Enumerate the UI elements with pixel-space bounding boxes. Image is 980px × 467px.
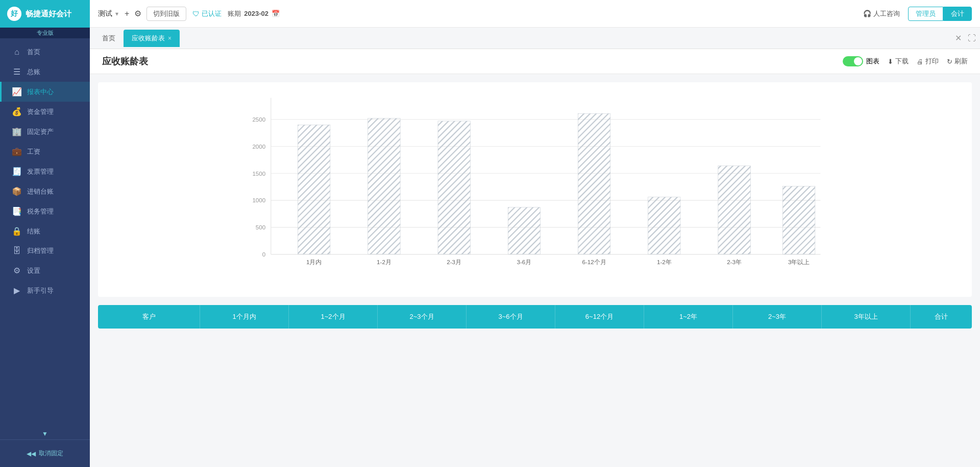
page-actions: 图表 ⬇ 下载 🖨 打印 ↻ 刷新 — [843, 56, 968, 66]
main-scroll: 0 500 1000 1500 2000 2500 — [90, 74, 980, 467]
table-area: 客户 1个月内 1~2个月 2~3个月 3~6个月 6~12个月 1~2年 2~… — [98, 305, 972, 329]
settings-nav-icon: ⚙ — [12, 266, 22, 275]
sidebar-item-label-assets: 固定资产 — [27, 127, 54, 136]
svg-text:0: 0 — [262, 251, 265, 258]
table-header: 客户 1个月内 1~2个月 2~3个月 3~6个月 6~12个月 1~2年 2~… — [98, 305, 972, 329]
th-1-2year: 1~2年 — [644, 305, 733, 329]
funds-icon: 💰 — [12, 107, 22, 116]
settings-icon[interactable]: ⚙ — [134, 9, 141, 18]
tab-home[interactable]: 首页 — [94, 30, 124, 47]
th-total: 合计 — [911, 305, 972, 329]
sidebar-item-archive[interactable]: 🗄 归档管理 — [0, 241, 90, 261]
sidebar-item-label-closing: 结账 — [27, 227, 40, 236]
th-3-6month: 3~6个月 — [467, 305, 555, 329]
tabbar: 首页 应收账龄表 × ✕ ⛶ — [90, 28, 980, 49]
expand-window-icon[interactable]: ⛶ — [968, 34, 976, 43]
svg-rect-29 — [783, 186, 815, 254]
archive-icon: 🗄 — [12, 246, 22, 255]
accountant-btn[interactable]: 会计 — [943, 7, 972, 21]
chart-container: 0 500 1000 1500 2000 2500 — [98, 82, 972, 297]
scroll-down-arrow[interactable]: ▼ — [0, 428, 90, 439]
svg-text:1000: 1000 — [252, 197, 265, 203]
sidebar-item-label-home: 首页 — [27, 48, 40, 57]
cancel-fixed-btn[interactable]: ◀◀ 取消固定 — [0, 445, 90, 462]
edition-badge: 专业版 — [0, 28, 90, 38]
svg-rect-15 — [298, 125, 330, 254]
project-name: 测试 — [98, 9, 112, 18]
page-title: 应收账龄表 — [102, 55, 148, 67]
print-btn[interactable]: 🖨 打印 — [917, 57, 939, 66]
sidebar-item-label-invoice: 发票管理 — [27, 167, 54, 176]
sidebar-nav: ⌂ 首页 ☰ 总账 📈 报表中心 💰 资金管理 🏢 固定资产 💼 工资 🧾 发票… — [0, 38, 90, 428]
consult-btn[interactable]: 🎧 人工咨询 — [863, 9, 900, 18]
sidebar-item-label-inventory: 进销台账 — [27, 187, 54, 196]
svg-rect-21 — [508, 207, 540, 254]
refresh-btn[interactable]: ↻ 刷新 — [947, 57, 968, 66]
pin-icon: ◀◀ — [27, 450, 36, 457]
headset-icon: 🎧 — [863, 10, 871, 17]
svg-rect-27 — [718, 166, 750, 254]
sidebar-item-assets[interactable]: 🏢 固定资产 — [0, 122, 90, 142]
sidebar-item-tax[interactable]: 📑 税务管理 — [0, 201, 90, 221]
sidebar-item-closing[interactable]: 🔒 结账 — [0, 221, 90, 241]
home-icon: ⌂ — [12, 48, 22, 57]
sidebar-item-guide[interactable]: ▶ 新手引导 — [0, 281, 90, 300]
sidebar-item-label-funds: 资金管理 — [27, 107, 54, 116]
tabbar-right: ✕ ⛶ — [955, 33, 976, 43]
manager-btn[interactable]: 管理员 — [908, 7, 943, 21]
add-icon[interactable]: + — [125, 9, 129, 18]
certified-badge: 🛡 已认证 — [192, 9, 222, 18]
closing-icon: 🔒 — [12, 226, 22, 236]
chart-toggle-container: 图表 — [843, 56, 879, 66]
invoice-icon: 🧾 — [12, 167, 22, 176]
guide-icon: ▶ — [12, 286, 22, 295]
sidebar-item-label-reports: 报表中心 — [27, 87, 54, 97]
inventory-icon: 📦 — [12, 186, 22, 196]
chart-toggle-label: 图表 — [866, 57, 879, 66]
th-1-2month: 1~2个月 — [289, 305, 378, 329]
svg-text:6-12个月: 6-12个月 — [582, 259, 606, 265]
sidebar-item-ledger[interactable]: ☰ 总账 — [0, 62, 90, 82]
download-icon: ⬇ — [888, 58, 893, 65]
sidebar-item-invoice[interactable]: 🧾 发票管理 — [0, 161, 90, 181]
tab-accounts-aging[interactable]: 应收账龄表 × — [124, 30, 180, 47]
sidebar-bottom: ◀◀ 取消固定 — [0, 439, 90, 467]
th-2-3month: 2~3个月 — [378, 305, 467, 329]
sidebar-item-home[interactable]: ⌂ 首页 — [0, 42, 90, 62]
th-6-12month: 6~12个月 — [555, 305, 644, 329]
project-selector[interactable]: 测试 ▾ — [98, 9, 118, 18]
svg-text:2500: 2500 — [252, 116, 265, 123]
app-logo: 好 畅捷通好会计 — [0, 0, 90, 28]
th-customer: 客户 — [98, 305, 200, 329]
svg-text:2000: 2000 — [252, 143, 265, 150]
sidebar-item-funds[interactable]: 💰 资金管理 — [0, 102, 90, 122]
salary-icon: 💼 — [12, 147, 22, 156]
svg-text:1-2年: 1-2年 — [657, 259, 672, 265]
svg-text:1500: 1500 — [252, 170, 265, 177]
chart-wrapper: 0 500 1000 1500 2000 2500 — [108, 92, 962, 287]
sidebar-item-label-settings: 设置 — [27, 266, 40, 275]
bar-chart: 0 500 1000 1500 2000 2500 — [108, 92, 962, 287]
close-window-icon[interactable]: ✕ — [955, 33, 962, 43]
calendar-icon[interactable]: 📅 — [272, 10, 280, 17]
th-3plus-year: 3年以上 — [822, 305, 911, 329]
svg-text:3年以上: 3年以上 — [788, 259, 810, 265]
svg-rect-23 — [578, 113, 610, 254]
download-btn[interactable]: ⬇ 下载 — [888, 57, 909, 66]
tab-close-icon[interactable]: × — [168, 35, 172, 42]
sidebar-item-reports[interactable]: 📈 报表中心 — [0, 82, 90, 102]
sidebar-item-inventory[interactable]: 📦 进销台账 — [0, 181, 90, 201]
sidebar-item-label-guide: 新手引导 — [27, 286, 54, 295]
svg-rect-17 — [368, 119, 400, 254]
topbar-actions: + ⚙ 切到旧版 — [125, 7, 186, 21]
sidebar-item-salary[interactable]: 💼 工资 — [0, 142, 90, 161]
svg-text:3-6月: 3-6月 — [517, 259, 531, 265]
sidebar: 好 畅捷通好会计 专业版 ⌂ 首页 ☰ 总账 📈 报表中心 💰 资金管理 🏢 固… — [0, 0, 90, 467]
shield-icon: 🛡 — [192, 10, 200, 18]
svg-text:2-3年: 2-3年 — [727, 259, 742, 265]
sidebar-item-settings[interactable]: ⚙ 设置 — [0, 261, 90, 281]
old-version-btn[interactable]: 切到旧版 — [146, 7, 186, 21]
th-2-3year: 2~3年 — [733, 305, 822, 329]
content-area: 应收账龄表 图表 ⬇ 下载 🖨 打印 ↻ 刷新 — [90, 49, 980, 467]
chart-toggle[interactable] — [843, 56, 863, 66]
